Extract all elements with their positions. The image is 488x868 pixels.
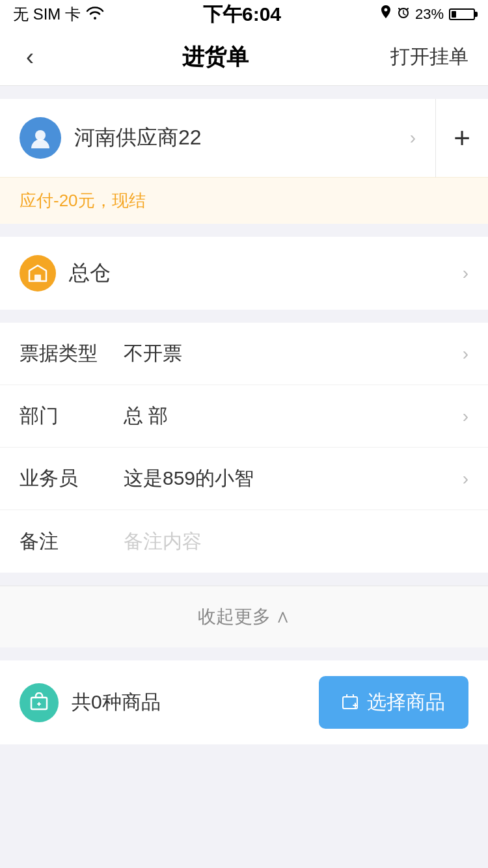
add-supplier-button[interactable]: +: [436, 99, 488, 177]
location-icon: [380, 5, 392, 23]
status-left: 无 SIM 卡: [13, 4, 104, 25]
invoice-type-label: 票据类型: [20, 340, 111, 367]
warehouse-name: 总仓: [69, 259, 456, 288]
wifi-icon: [86, 5, 104, 23]
salesperson-label: 业务员: [20, 465, 111, 492]
supplier-name: 河南供应商22: [74, 124, 403, 152]
product-bar: 共0种商品 选择商品: [0, 660, 488, 744]
select-product-button[interactable]: 选择商品: [319, 676, 468, 729]
svg-rect-2: [34, 275, 41, 281]
nav-bar: ‹ 进货单 打开挂单: [0, 29, 488, 86]
back-button[interactable]: ‹: [20, 37, 40, 77]
notice-banner: 应付-20元，现结: [0, 177, 488, 224]
form-section: 票据类型 不开票 › 部门 总 部 › 业务员 这是859的小智 › 备注 备注…: [0, 323, 488, 573]
salesperson-chevron-icon: ›: [463, 468, 468, 489]
department-label: 部门: [20, 403, 111, 429]
status-bar: 无 SIM 卡 下午6:04 23%: [0, 0, 488, 29]
remark-placeholder: 备注内容: [111, 528, 468, 555]
supplier-section: 河南供应商22 › +: [0, 99, 488, 177]
warehouse-icon: [20, 255, 56, 292]
open-pending-button[interactable]: 打开挂单: [390, 44, 468, 70]
status-right: 23%: [380, 5, 475, 23]
product-count-label: 共0种商品: [72, 689, 319, 716]
page-title: 进货单: [182, 42, 249, 72]
collapse-button[interactable]: 收起更多 ∧: [0, 586, 488, 647]
battery-percent: 23%: [415, 6, 444, 23]
remark-label: 备注: [20, 528, 111, 555]
status-time: 下午6:04: [203, 1, 281, 28]
salesperson-value: 这是859的小智: [111, 465, 456, 492]
carrier-text: 无 SIM 卡: [13, 4, 81, 25]
notice-text: 应付-20元，现结: [20, 191, 146, 210]
department-row[interactable]: 部门 总 部 ›: [0, 385, 488, 448]
supplier-selector[interactable]: 河南供应商22 ›: [0, 99, 436, 177]
remark-row[interactable]: 备注 备注内容: [0, 510, 488, 573]
svg-point-1: [35, 130, 46, 141]
alarm-icon: [397, 6, 410, 23]
battery-icon: [449, 8, 475, 20]
invoice-type-row[interactable]: 票据类型 不开票 ›: [0, 323, 488, 385]
warehouse-row[interactable]: 总仓 ›: [0, 237, 488, 310]
salesperson-row[interactable]: 业务员 这是859的小智 ›: [0, 448, 488, 510]
invoice-type-value: 不开票: [111, 340, 456, 367]
supplier-chevron-icon: ›: [410, 128, 416, 148]
select-product-label: 选择商品: [367, 689, 445, 716]
warehouse-chevron-icon: ›: [463, 263, 468, 284]
invoice-type-chevron-icon: ›: [463, 344, 468, 364]
product-icon: [20, 683, 59, 722]
department-chevron-icon: ›: [463, 406, 468, 427]
content-area: 河南供应商22 › + 应付-20元，现结 总仓 › 票据类型 不开票 › 部门…: [0, 99, 488, 744]
department-value: 总 部: [111, 403, 456, 429]
supplier-avatar: [20, 117, 61, 159]
